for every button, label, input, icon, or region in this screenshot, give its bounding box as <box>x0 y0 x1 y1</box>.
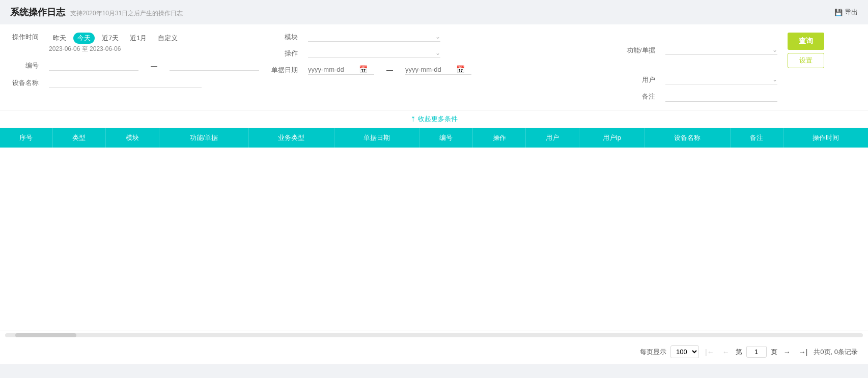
number-label: 编号 <box>10 61 39 70</box>
date-to-wrap: 📅 <box>405 65 471 75</box>
number-dash: — <box>151 62 157 70</box>
table-section: 序号 类型 模块 功能/单据 业务类型 单据日期 编号 操作 用户 用户ip 设… <box>0 128 868 148</box>
page-label: 第 <box>736 347 742 357</box>
data-table: 序号 类型 模块 功能/单据 业务类型 单据日期 编号 操作 用户 用户ip 设… <box>0 128 868 148</box>
calendar-from-icon[interactable]: 📅 <box>359 65 368 73</box>
per-page-select[interactable]: 100 50 200 <box>670 345 699 358</box>
filter-row-time: 操作时间 昨天 今天 近7天 近1月 自定义 2023-06-06 至 2023… <box>10 33 259 53</box>
col-number: 编号 <box>419 128 472 148</box>
filter-row-remark: 备注 <box>627 92 858 102</box>
filter-row-number: 编号 — <box>10 61 259 71</box>
filter-right: 功能/单据 ⌄ 查询 设置 用户 ⌄ 备注 <box>627 33 858 102</box>
operation-select[interactable]: ⌄ <box>308 49 440 58</box>
settings-button[interactable]: 设置 <box>788 53 824 68</box>
col-vdate: 单据日期 <box>334 128 419 148</box>
filter-row-function: 功能/单据 ⌄ 查询 设置 <box>627 33 858 68</box>
date-from-wrap: 📅 <box>308 65 374 75</box>
date-range-display: 2023-06-06 至 2023-06-06 <box>49 45 182 53</box>
title-wrap: 系统操作日志 支持2020年10月31日之后产生的操作日志 <box>10 6 183 18</box>
function-select[interactable]: ⌄ <box>665 46 777 55</box>
filter-row-operation: 操作 ⌄ <box>269 49 617 58</box>
time-btn-yesterday[interactable]: 昨天 <box>49 33 70 44</box>
remark-label: 备注 <box>627 92 655 101</box>
first-page-btn[interactable]: |← <box>703 347 716 357</box>
user-chevron-icon: ⌄ <box>772 76 777 83</box>
module-label: 模块 <box>269 33 298 42</box>
col-biztype: 业务类型 <box>249 128 334 148</box>
scrollbar-area[interactable] <box>0 331 868 339</box>
time-options-wrap: 昨天 今天 近7天 近1月 自定义 2023-06-06 至 2023-06-0… <box>49 33 182 53</box>
device-input[interactable] <box>49 78 202 88</box>
export-button[interactable]: 💾 导出 <box>834 8 858 17</box>
scrollbar-thumb[interactable] <box>15 333 76 337</box>
calendar-to-icon[interactable]: 📅 <box>456 65 465 73</box>
table-head: 序号 类型 模块 功能/单据 业务类型 单据日期 编号 操作 用户 用户ip 设… <box>0 128 868 148</box>
remark-input[interactable] <box>665 92 777 102</box>
page-total: 共0页, 0条记录 <box>814 347 858 357</box>
time-label: 操作时间 <box>10 33 39 42</box>
date-dash: — <box>386 66 393 74</box>
per-page-label: 每页显示 <box>640 347 666 357</box>
time-btn-today[interactable]: 今天 <box>73 33 95 44</box>
collapse-label: 收起更多条件 <box>418 114 458 124</box>
filter-section: 操作时间 昨天 今天 近7天 近1月 自定义 2023-06-06 至 2023… <box>0 24 868 110</box>
filter-row-device: 设备名称 <box>10 78 259 88</box>
page-title: 系统操作日志 <box>10 6 65 18</box>
number-input-from[interactable] <box>49 61 138 71</box>
time-btn-custom[interactable]: 自定义 <box>154 33 182 44</box>
device-label: 设备名称 <box>10 78 39 88</box>
col-module: 模块 <box>106 128 159 148</box>
col-function: 功能/单据 <box>159 128 248 148</box>
col-optime: 操作时间 <box>783 128 868 148</box>
filter-center: 模块 ⌄ 操作 ⌄ 单据日期 📅 <box>269 33 617 75</box>
export-icon: 💾 <box>834 9 843 16</box>
next-page-btn[interactable]: → <box>781 347 793 357</box>
table-header-row: 序号 类型 模块 功能/单据 业务类型 单据日期 编号 操作 用户 用户ip 设… <box>0 128 868 148</box>
date-from-input[interactable] <box>308 66 359 73</box>
page-header: 系统操作日志 支持2020年10月31日之后产生的操作日志 💾 导出 <box>0 0 868 24</box>
col-remark: 备注 <box>730 128 783 148</box>
voucher-date-label: 单据日期 <box>269 66 298 75</box>
col-type: 类型 <box>52 128 105 148</box>
pagination: 每页显示 100 50 200 |← ← 第 页 → →| 共0页, 0条记录 <box>0 339 868 364</box>
module-select[interactable]: ⌄ <box>308 33 440 42</box>
col-device: 设备名称 <box>645 128 730 148</box>
page-subtitle: 支持2020年10月31日之后产生的操作日志 <box>70 9 183 18</box>
page-input[interactable] <box>746 346 767 358</box>
collapse-up-icon: ⤒ <box>410 115 416 123</box>
time-buttons: 昨天 今天 近7天 近1月 自定义 <box>49 33 182 44</box>
time-btn-7days[interactable]: 近7天 <box>98 33 123 44</box>
module-chevron-icon: ⌄ <box>435 33 440 40</box>
filter-left: 操作时间 昨天 今天 近7天 近1月 自定义 2023-06-06 至 2023… <box>10 33 259 88</box>
number-input-to[interactable] <box>170 61 259 71</box>
operation-label: 操作 <box>269 49 298 58</box>
filter-row-module: 模块 ⌄ <box>269 33 617 42</box>
action-buttons: 查询 设置 <box>788 33 824 68</box>
query-button[interactable]: 查询 <box>788 33 824 50</box>
empty-area <box>0 148 868 331</box>
time-btn-1month[interactable]: 近1月 <box>126 33 151 44</box>
col-user: 用户 <box>526 128 579 148</box>
filter-row-voucher-date: 单据日期 📅 — 📅 <box>269 65 617 75</box>
operation-chevron-icon: ⌄ <box>435 49 440 56</box>
col-userip: 用户ip <box>579 128 645 148</box>
col-index: 序号 <box>0 128 52 148</box>
user-select[interactable]: ⌄ <box>665 76 777 84</box>
page-unit: 页 <box>771 347 777 357</box>
filter-row-user: 用户 ⌄ <box>627 75 858 84</box>
user-label: 用户 <box>627 75 655 84</box>
date-to-input[interactable] <box>405 66 456 73</box>
scrollbar-track <box>5 333 863 337</box>
function-chevron-icon: ⌄ <box>772 46 777 53</box>
filter-main-row: 操作时间 昨天 今天 近7天 近1月 自定义 2023-06-06 至 2023… <box>10 33 858 102</box>
function-label: 功能/单据 <box>627 46 655 55</box>
last-page-btn[interactable]: →| <box>797 347 810 357</box>
col-operation: 操作 <box>472 128 525 148</box>
prev-page-btn[interactable]: ← <box>720 347 732 357</box>
collapse-bar[interactable]: ⤒ 收起更多条件 <box>0 110 868 128</box>
